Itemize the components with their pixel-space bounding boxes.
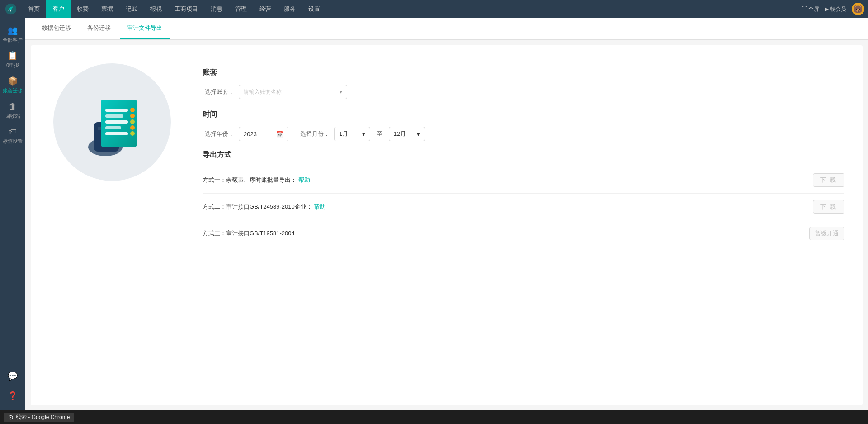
tabs-bar: 数据包迁移 备份迁移 审计文件导出 — [25, 18, 868, 40]
export-section: 导出方式 方式一：余额表、序时账批量导出： 帮助 下 载 方式二：审计接口GB/… — [203, 150, 844, 247]
nav-accounting[interactable]: 记账 — [119, 0, 144, 18]
month-start-arrow: ▾ — [362, 131, 365, 138]
month-label: 选择月份： — [300, 130, 330, 138]
nav-manage[interactable]: 管理 — [229, 0, 253, 18]
svg-rect-10 — [105, 126, 121, 129]
member-icon: ▶ — [825, 6, 829, 12]
sidebar-bottom: 💬 ❓ — [0, 367, 25, 410]
sidebar-item-zero-declaration[interactable]: 📋 0申报 — [0, 47, 25, 72]
svg-point-15 — [130, 125, 135, 130]
illustration-container — [49, 59, 175, 186]
time-row: 选择年份： 2023 📅 选择月份： 1月 ▾ 至 12月 ▾ — [203, 127, 844, 141]
help-icon[interactable]: ❓ — [0, 387, 25, 405]
method-row-2: 方式二：审计接口GB/T24589-2010企业： 帮助 下 载 — [203, 194, 844, 220]
form-area: 账套 选择账套： 请输入账套名称 ▾ 时间 选择年份： 2023 📅 — [203, 59, 844, 247]
svg-rect-9 — [105, 120, 128, 124]
year-input[interactable]: 2023 📅 — [239, 127, 288, 141]
method-3-label: 方式三：审计接口GB/T19581-2004 — [203, 229, 800, 238]
method-row-1: 方式一：余额表、序时账批量导出： 帮助 下 载 — [203, 167, 844, 194]
nav-operation[interactable]: 经营 — [253, 0, 278, 18]
nav-home[interactable]: 首页 — [22, 0, 46, 18]
nav-items: 首页 客户 收费 票据 记账 报税 工商项目 消息 管理 经营 服务 设置 — [22, 0, 802, 18]
zero-declaration-icon: 📋 — [8, 51, 18, 61]
account-label: 选择账套： — [203, 88, 234, 96]
sidebar-item-account-migration[interactable]: 📦 账套迁移 — [0, 72, 25, 98]
year-value: 2023 — [244, 131, 257, 138]
fullscreen-icon: ⛶ — [802, 6, 807, 12]
month-start-select[interactable]: 1月 ▾ — [334, 127, 370, 141]
nav-settings[interactable]: 设置 — [302, 0, 326, 18]
taskbar: ⊙ 线索 - Google Chrome — [0, 410, 868, 424]
tab-backup-migration[interactable]: 备份迁移 — [80, 18, 118, 39]
tab-data-migration[interactable]: 数据包迁移 — [34, 18, 78, 39]
nav-invoice[interactable]: 票据 — [95, 0, 119, 18]
message-icon[interactable]: 💬 — [0, 367, 25, 385]
svg-point-16 — [130, 131, 135, 136]
nav-business[interactable]: 工商项目 — [168, 0, 204, 18]
month-start-value: 1月 — [339, 130, 348, 138]
method-2-download-button[interactable]: 下 载 — [813, 200, 844, 214]
year-label: 选择年份： — [203, 130, 234, 138]
main-layout: 👥 全部客户 📋 0申报 📦 账套迁移 🗑 回收站 🏷 标签设置 💬 ❓ 数据包… — [0, 18, 868, 410]
nav-customer[interactable]: 客户 — [46, 0, 71, 18]
content-area: 数据包迁移 备份迁移 审计文件导出 — [25, 18, 868, 410]
method-1-download-button[interactable]: 下 载 — [813, 173, 844, 187]
section-account-title: 账套 — [203, 68, 844, 77]
app-logo — [4, 2, 18, 16]
nav-service[interactable]: 服务 — [278, 0, 302, 18]
method-3-coming-soon-button[interactable]: 暂缓开通 — [809, 227, 844, 240]
svg-rect-8 — [105, 114, 123, 118]
recycle-bin-icon: 🗑 — [9, 102, 17, 111]
method-2-help-link[interactable]: 帮助 — [314, 203, 326, 210]
sidebar-item-tag-settings[interactable]: 🏷 标签设置 — [0, 123, 25, 148]
svg-rect-11 — [105, 132, 128, 135]
nav-tax[interactable]: 报税 — [144, 0, 168, 18]
account-select[interactable]: 请输入账套名称 ▾ — [239, 85, 347, 99]
fullscreen-button[interactable]: ⛶ 全屏 — [802, 5, 819, 13]
taskbar-chrome-item[interactable]: ⊙ 线索 - Google Chrome — [4, 413, 74, 422]
method-1-label: 方式一：余额表、序时账批量导出： 帮助 — [203, 176, 804, 184]
nav-billing[interactable]: 收费 — [71, 0, 95, 18]
avatar[interactable]: 🐻 — [852, 3, 864, 15]
month-end-value: 12月 — [394, 130, 406, 138]
nav-message[interactable]: 消息 — [204, 0, 229, 18]
member-button[interactable]: ▶ 畅会员 — [825, 5, 846, 13]
account-dropdown-icon: ▾ — [340, 89, 342, 95]
sidebar: 👥 全部客户 📋 0申报 📦 账套迁移 🗑 回收站 🏷 标签设置 💬 ❓ — [0, 18, 25, 410]
account-placeholder: 请输入账套名称 — [244, 88, 282, 96]
top-nav-right: ⛶ 全屏 ▶ 畅会员 🐻 — [802, 3, 864, 15]
month-end-select[interactable]: 12月 ▾ — [389, 127, 425, 141]
section-export-title: 导出方式 — [203, 150, 844, 160]
all-customers-icon: 👥 — [8, 25, 18, 35]
method-row-3: 方式三：审计接口GB/T19581-2004 暂缓开通 — [203, 220, 844, 247]
sidebar-item-recycle-bin[interactable]: 🗑 回收站 — [0, 98, 25, 123]
svg-rect-7 — [105, 109, 128, 112]
tab-audit-export[interactable]: 审计文件导出 — [120, 18, 170, 39]
svg-point-13 — [130, 114, 135, 118]
top-navigation: 首页 客户 收费 票据 记账 报税 工商项目 消息 管理 经营 服务 设置 ⛶ … — [0, 0, 868, 18]
svg-point-14 — [130, 119, 135, 124]
account-migration-icon: 📦 — [8, 76, 18, 86]
page-content: 账套 选择账套： 请输入账套名称 ▾ 时间 选择年份： 2023 📅 — [31, 45, 863, 405]
svg-point-12 — [130, 108, 135, 112]
method-2-label: 方式二：审计接口GB/T24589-2010企业： 帮助 — [203, 203, 804, 211]
separator: 至 — [377, 130, 382, 138]
sidebar-item-all-customers[interactable]: 👥 全部客户 — [0, 22, 25, 47]
section-time-title: 时间 — [203, 110, 844, 119]
calendar-icon: 📅 — [276, 131, 283, 138]
tag-settings-icon: 🏷 — [9, 127, 17, 137]
illustration-background — [53, 63, 171, 181]
month-end-arrow: ▾ — [417, 131, 420, 138]
account-row: 选择账套： 请输入账套名称 ▾ — [203, 85, 844, 99]
taskbar-label: 线索 - Google Chrome — [16, 414, 70, 421]
chrome-icon: ⊙ — [8, 414, 14, 421]
method-1-help-link[interactable]: 帮助 — [298, 176, 310, 183]
